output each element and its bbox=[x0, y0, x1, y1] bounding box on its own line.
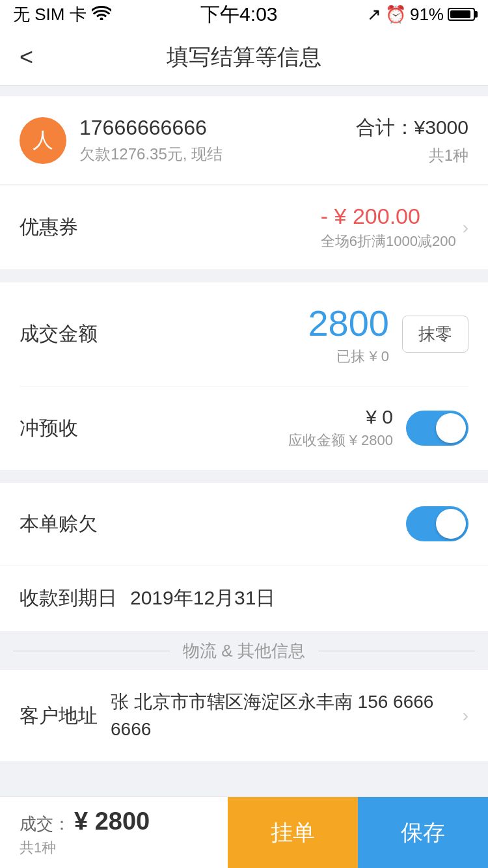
prepay-value: ¥ 0 bbox=[288, 406, 393, 428]
location-icon: ↗ bbox=[367, 5, 381, 25]
status-right: ↗ ⏰ 91% bbox=[367, 5, 475, 25]
wifi-icon bbox=[92, 5, 111, 25]
order-total: 合计：¥3000 bbox=[356, 115, 468, 141]
prepay-toggle[interactable] bbox=[406, 411, 468, 446]
deal-amount-row: 成交金额 2800 已抹 ¥ 0 抹零 bbox=[20, 282, 468, 387]
battery-percent: 91% bbox=[410, 5, 444, 25]
coupon-info: - ¥ 200.00 全场6折满1000减200 bbox=[321, 204, 456, 251]
deal-amount-sub: 已抹 ¥ 0 bbox=[308, 347, 389, 366]
status-time: 下午4:03 bbox=[200, 1, 277, 28]
address-chevron: › bbox=[463, 705, 468, 726]
address-label: 客户地址 bbox=[20, 703, 98, 729]
logistics-label: 物流 & 其他信息 bbox=[183, 640, 305, 662]
deal-section: 成交金额 2800 已抹 ¥ 0 抹零 冲预收 ¥ 0 应收金额 ¥ 2800 bbox=[0, 282, 488, 470]
address-value: 张 北京市市辖区海淀区永丰南 156 6666 6666 bbox=[111, 688, 450, 743]
bottom-deal: 成交： ¥ 2800 bbox=[20, 807, 208, 835]
coupon-right: - ¥ 200.00 全场6折满1000减200 › bbox=[321, 204, 468, 251]
bottom-deal-label: 成交： bbox=[20, 813, 70, 835]
deal-amount-label: 成交金额 bbox=[20, 321, 98, 347]
debt-row: 本单赊欠 bbox=[0, 483, 488, 565]
coupon-chevron: › bbox=[463, 217, 468, 238]
toggle-knob bbox=[436, 413, 466, 443]
battery-icon bbox=[448, 8, 475, 21]
status-bar: 无 SIM 卡 下午4:03 ↗ ⏰ 91% bbox=[0, 0, 488, 29]
customer-phone: 17666666666 bbox=[79, 116, 223, 140]
avatar: 人 bbox=[20, 117, 66, 164]
customer-sub: 欠款1276.35元, 现结 bbox=[79, 144, 223, 165]
round-button[interactable]: 抹零 bbox=[402, 316, 468, 353]
customer-info: 17666666666 欠款1276.35元, 现结 bbox=[79, 116, 223, 165]
status-left: 无 SIM 卡 bbox=[13, 3, 111, 26]
alarm-icon: ⏰ bbox=[385, 5, 406, 25]
prepay-info: ¥ 0 应收金额 ¥ 2800 bbox=[288, 406, 393, 450]
deal-amount-info: 2800 已抹 ¥ 0 bbox=[308, 302, 389, 366]
coupon-amount: - ¥ 200.00 bbox=[321, 204, 456, 229]
prepay-row: 冲预收 ¥ 0 应收金额 ¥ 2800 bbox=[20, 387, 468, 470]
page-title: 填写结算等信息 bbox=[167, 42, 321, 72]
coupon-desc: 全场6折满1000减200 bbox=[321, 232, 456, 251]
logistics-divider: 物流 & 其他信息 bbox=[0, 631, 488, 670]
pending-button[interactable]: 挂单 bbox=[228, 797, 358, 869]
order-count: 共1种 bbox=[356, 145, 468, 166]
section-divider-1 bbox=[0, 269, 488, 282]
address-row[interactable]: 客户地址 张 北京市市辖区海淀区永丰南 156 6666 6666 › bbox=[0, 670, 488, 761]
bottom-deal-value: ¥ 2800 bbox=[74, 807, 150, 835]
deal-amount-right: 2800 已抹 ¥ 0 抹零 bbox=[308, 302, 468, 366]
prepay-right: ¥ 0 应收金额 ¥ 2800 bbox=[288, 406, 468, 450]
due-date-value: 2019年12月31日 bbox=[130, 585, 275, 612]
due-date-row: 收款到期日 2019年12月31日 bbox=[0, 565, 488, 631]
save-button[interactable]: 保存 bbox=[358, 797, 488, 869]
bottom-summary: 成交： ¥ 2800 共1种 bbox=[0, 807, 228, 858]
bottom-bar: 成交： ¥ 2800 共1种 挂单 保存 bbox=[0, 796, 488, 868]
customer-left: 人 17666666666 欠款1276.35元, 现结 bbox=[20, 116, 223, 165]
content: 人 17666666666 欠款1276.35元, 现结 合计：¥3000 共1… bbox=[0, 96, 488, 868]
customer-card: 人 17666666666 欠款1276.35元, 现结 合计：¥3000 共1… bbox=[0, 96, 488, 184]
back-button[interactable]: < bbox=[20, 44, 33, 71]
carrier-text: 无 SIM 卡 bbox=[13, 3, 87, 26]
deal-amount-value: 2800 bbox=[308, 302, 389, 344]
debt-label: 本单赊欠 bbox=[20, 511, 98, 537]
debt-toggle-knob bbox=[436, 509, 466, 539]
nav-bar: < 填写结算等信息 bbox=[0, 29, 488, 86]
due-date-label: 收款到期日 bbox=[20, 585, 117, 612]
section-divider-2 bbox=[0, 470, 488, 483]
customer-right: 合计：¥3000 共1种 bbox=[356, 115, 468, 166]
coupon-label: 优惠券 bbox=[20, 214, 78, 241]
coupon-row[interactable]: 优惠券 - ¥ 200.00 全场6折满1000减200 › bbox=[0, 185, 488, 269]
prepay-sub: 应收金额 ¥ 2800 bbox=[288, 431, 393, 450]
bottom-count: 共1种 bbox=[20, 838, 208, 858]
prepay-label: 冲预收 bbox=[20, 415, 78, 442]
debt-toggle[interactable] bbox=[406, 506, 468, 541]
